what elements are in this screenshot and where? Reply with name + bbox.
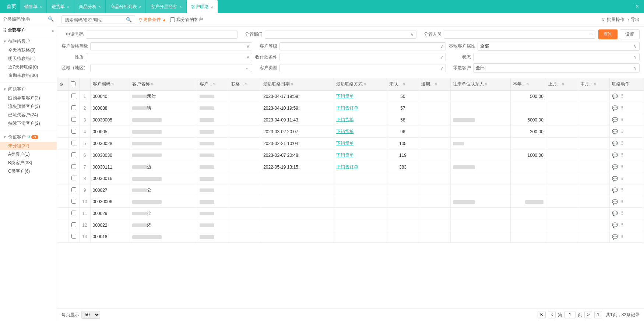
- contact-method-link[interactable]: 下销货单: [336, 152, 354, 158]
- row-checkbox[interactable]: [71, 222, 76, 227]
- sidebar-item-7days[interactable]: 近7天待联络(0): [0, 63, 57, 71]
- row-checkbox[interactable]: [71, 94, 76, 98]
- row-checkbox[interactable]: [71, 141, 76, 145]
- td-checkbox[interactable]: [68, 138, 79, 149]
- sidebar-search-input[interactable]: [3, 17, 48, 22]
- col-last-month[interactable]: 上月...⇅: [546, 78, 578, 91]
- row-checkbox[interactable]: [71, 164, 76, 169]
- sidebar-group-value-header[interactable]: ▼ 价值客户 ↺ ⚙: [0, 133, 57, 142]
- page-number-input[interactable]: [564, 311, 576, 318]
- row-checkbox[interactable]: [71, 176, 76, 180]
- row-checkbox[interactable]: [71, 117, 76, 122]
- contact-method-link[interactable]: 下销货单: [336, 129, 354, 134]
- chat-icon[interactable]: 💬: [612, 211, 618, 216]
- grid-action-icon[interactable]: ⠿: [620, 164, 624, 170]
- chat-icon[interactable]: 💬: [612, 176, 618, 181]
- chat-icon[interactable]: 💬: [612, 234, 618, 240]
- col-contact[interactable]: 联络...⇅: [229, 78, 261, 91]
- grid-action-icon[interactable]: ⠿: [620, 117, 624, 123]
- filter-region-select[interactable]: ···: [90, 64, 252, 72]
- tab-close-analysis[interactable]: ×: [99, 5, 101, 9]
- td-checkbox[interactable]: [68, 231, 79, 243]
- filter-search-icon[interactable]: 🔍: [126, 17, 132, 22]
- nav-tab-sales[interactable]: 销售单 ×: [20, 0, 46, 13]
- tab-close-purchase[interactable]: ×: [67, 5, 69, 9]
- window-close-button[interactable]: ×: [633, 3, 641, 10]
- row-checkbox[interactable]: [71, 234, 76, 239]
- filter-payment-select[interactable]: ∨: [279, 53, 446, 61]
- row-checkbox[interactable]: [71, 199, 76, 204]
- next-page-button[interactable]: >: [584, 311, 592, 318]
- sidebar-item-b-class[interactable]: B类客户(33): [0, 159, 57, 167]
- sidebar-group-problem-header[interactable]: ▼ 问题客户: [0, 85, 57, 94]
- col-settings[interactable]: ⚙: [57, 78, 68, 91]
- filter-nature-select[interactable]: ∨: [86, 53, 252, 61]
- sidebar-item-c-class[interactable]: C类客户(6): [0, 167, 57, 176]
- sidebar-all-customers[interactable]: ⠿ 全部客户 «: [0, 25, 57, 36]
- chat-icon[interactable]: 💬: [612, 129, 618, 134]
- tab-close-customer-segment[interactable]: ×: [179, 5, 182, 9]
- grid-action-icon[interactable]: ⠿: [620, 141, 624, 146]
- filter-customer-level-select[interactable]: ∨: [279, 42, 446, 50]
- export-button[interactable]: ↑ 导出: [627, 17, 640, 23]
- col-this-year[interactable]: 本年...⇅: [511, 78, 546, 91]
- sidebar-item-tomorrow[interactable]: 明天待联络(1): [0, 54, 57, 63]
- refresh-icon[interactable]: ↺: [27, 135, 31, 140]
- chat-icon[interactable]: 💬: [612, 187, 618, 193]
- nav-tab-customer-segment[interactable]: 客户分层经客 ×: [146, 0, 186, 13]
- my-customers-checkbox-label[interactable]: 我分管的客户: [170, 17, 203, 23]
- grid-action-icon[interactable]: ⠿: [620, 129, 624, 134]
- filter-manager-select[interactable]: ···: [444, 31, 595, 39]
- grid-action-icon[interactable]: ⠿: [620, 187, 624, 193]
- contact-method-link[interactable]: 下销售订单: [336, 164, 358, 169]
- row-checkbox[interactable]: [71, 105, 76, 110]
- nav-tab-purchase[interactable]: 进货单 ×: [47, 0, 74, 13]
- td-checkbox[interactable]: [68, 161, 79, 173]
- filter-retail-attr-select[interactable]: 全部 ∨: [478, 42, 640, 51]
- row-checkbox[interactable]: [71, 211, 76, 215]
- contact-method-link[interactable]: 下销货单: [336, 94, 354, 99]
- tab-close-customer-contact[interactable]: ×: [211, 5, 213, 9]
- td-checkbox[interactable]: [68, 126, 79, 138]
- nav-home[interactable]: 首页: [3, 3, 20, 10]
- row-checkbox[interactable]: [71, 187, 76, 192]
- col-code[interactable]: 客户编码⇅: [90, 78, 130, 91]
- sidebar-item-abnormal[interactable]: 囤购异常客户(2): [0, 94, 57, 102]
- chat-icon[interactable]: 💬: [612, 222, 618, 228]
- col-type[interactable]: 客户...⇅: [197, 78, 229, 91]
- row-checkbox[interactable]: [71, 129, 76, 134]
- filter-more-conditions[interactable]: ▽ 更多条件 ▲: [139, 17, 166, 23]
- chat-icon[interactable]: 💬: [612, 141, 618, 146]
- col-name[interactable]: 客户名称⇅: [130, 78, 197, 91]
- td-checkbox[interactable]: [68, 114, 79, 126]
- filter-search-input[interactable]: [65, 17, 126, 22]
- chat-icon[interactable]: 💬: [612, 94, 618, 99]
- td-checkbox[interactable]: [68, 196, 79, 208]
- filter-phone-input[interactable]: [86, 31, 237, 39]
- grid-action-icon[interactable]: ⠿: [620, 199, 624, 205]
- sidebar-item-a-class[interactable]: A类客户(1): [0, 150, 57, 159]
- nav-tab-customer-contact[interactable]: 客户联络 ×: [187, 0, 218, 13]
- chat-icon[interactable]: 💬: [612, 164, 618, 170]
- sidebar-collapse-btn[interactable]: «: [52, 28, 54, 33]
- filter-dept-select[interactable]: ∨: [265, 31, 416, 39]
- sidebar-item-churned[interactable]: 已流失客户(24): [0, 111, 57, 119]
- select-all-checkbox[interactable]: [71, 81, 75, 86]
- sidebar-item-declining[interactable]: 持续下滑客户(2): [0, 119, 57, 128]
- td-checkbox[interactable]: [68, 91, 79, 102]
- grid-action-icon[interactable]: ⠿: [620, 222, 624, 228]
- sidebar-group-pending-header[interactable]: ▼ 待联络客户: [0, 37, 57, 46]
- reset-button[interactable]: 设置: [620, 29, 640, 39]
- filter-retail-scatter-select[interactable]: 全部 ∨: [473, 63, 640, 73]
- td-checkbox[interactable]: [68, 208, 79, 219]
- page-size-select[interactable]: 50 20 100: [81, 311, 100, 319]
- nav-tab-analysis-list[interactable]: 商品分析列表 ×: [106, 0, 146, 13]
- my-customers-checkbox[interactable]: [170, 17, 175, 22]
- col-last-contact-date[interactable]: 最后联络日期⇅: [261, 78, 334, 91]
- query-button[interactable]: 查询: [598, 29, 617, 39]
- tab-close-sales[interactable]: ×: [40, 5, 42, 9]
- grid-action-icon[interactable]: ⠿: [620, 176, 624, 181]
- batch-op-button[interactable]: ☑ 批量操作: [602, 17, 624, 23]
- filter-status-select[interactable]: ∨: [473, 53, 640, 61]
- last-page-button[interactable]: 1: [594, 311, 602, 318]
